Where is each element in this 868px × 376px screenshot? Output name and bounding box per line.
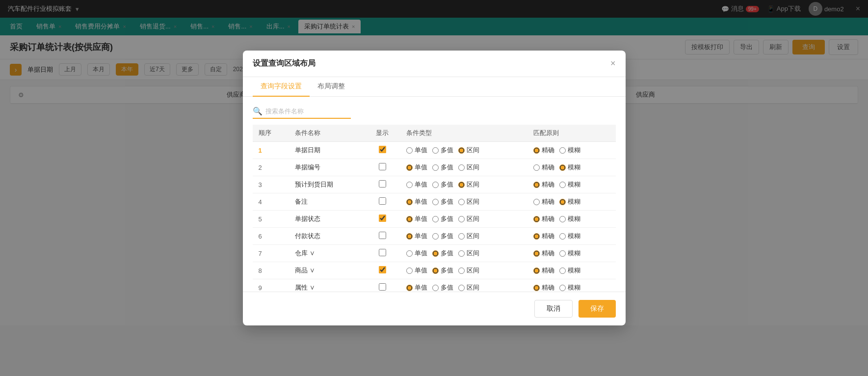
type-radio-input-区间[interactable] — [458, 182, 465, 188]
type-radio-input-区间[interactable] — [458, 285, 465, 291]
type-radio-input-多值[interactable] — [432, 268, 439, 274]
match-radio-模糊[interactable]: 模糊 — [559, 283, 580, 292]
type-radio-多值[interactable]: 多值 — [432, 249, 453, 258]
type-radio-单值[interactable]: 单值 — [406, 283, 427, 292]
match-radio-模糊[interactable]: 模糊 — [559, 249, 580, 258]
type-radio-区间[interactable]: 区间 — [458, 197, 479, 206]
type-radio-多值[interactable]: 多值 — [432, 146, 453, 155]
type-radio-单值[interactable]: 单值 — [406, 163, 427, 172]
match-radio-input-精确[interactable] — [533, 233, 540, 240]
type-radio-input-多值[interactable] — [432, 250, 439, 257]
match-radio-input-模糊[interactable] — [559, 268, 566, 274]
cancel-button[interactable]: 取消 — [534, 300, 573, 318]
match-radio-精确[interactable]: 精确 — [533, 232, 554, 241]
match-radio-input-精确[interactable] — [533, 268, 540, 274]
display-checkbox[interactable] — [379, 249, 386, 256]
type-radio-区间[interactable]: 区间 — [458, 283, 479, 292]
match-radio-input-模糊[interactable] — [559, 182, 566, 188]
display-checkbox[interactable] — [379, 232, 386, 239]
match-radio-input-模糊[interactable] — [559, 164, 566, 171]
modal-tab-query-fields[interactable]: 查询字段设置 — [253, 77, 310, 97]
config-table-scroll[interactable]: 顺序 条件名称 显示 条件类型 匹配原则 1单据日期单值多值区间精确模糊2单据编… — [253, 125, 616, 292]
type-radio-input-单值[interactable] — [406, 250, 413, 257]
type-radio-input-单值[interactable] — [406, 216, 413, 222]
match-radio-精确[interactable]: 精确 — [533, 180, 554, 189]
type-radio-input-单值[interactable] — [406, 268, 413, 274]
match-radio-模糊[interactable]: 模糊 — [559, 266, 580, 275]
type-radio-input-区间[interactable] — [458, 199, 465, 205]
match-radio-input-精确[interactable] — [533, 285, 540, 291]
display-checkbox[interactable] — [379, 283, 386, 291]
match-radio-精确[interactable]: 精确 — [533, 163, 554, 172]
type-radio-input-多值[interactable] — [432, 285, 439, 291]
type-radio-多值[interactable]: 多值 — [432, 283, 453, 292]
save-button[interactable]: 保存 — [579, 300, 616, 318]
match-radio-模糊[interactable]: 模糊 — [559, 197, 580, 206]
type-radio-input-区间[interactable] — [458, 268, 465, 274]
type-radio-input-区间[interactable] — [458, 216, 465, 222]
type-radio-单值[interactable]: 单值 — [406, 215, 427, 223]
match-radio-input-精确[interactable] — [533, 182, 540, 188]
match-radio-input-精确[interactable] — [533, 250, 540, 257]
type-radio-input-区间[interactable] — [458, 147, 465, 154]
type-radio-单值[interactable]: 单值 — [406, 146, 427, 155]
type-radio-input-单值[interactable] — [406, 199, 413, 205]
match-radio-input-模糊[interactable] — [559, 147, 566, 154]
match-radio-模糊[interactable]: 模糊 — [559, 215, 580, 223]
match-radio-input-模糊[interactable] — [559, 250, 566, 257]
type-radio-input-多值[interactable] — [432, 216, 439, 222]
match-radio-精确[interactable]: 精确 — [533, 249, 554, 258]
type-radio-input-单值[interactable] — [406, 233, 413, 240]
match-radio-精确[interactable]: 精确 — [533, 197, 554, 206]
type-radio-input-多值[interactable] — [432, 182, 439, 188]
match-radio-模糊[interactable]: 模糊 — [559, 163, 580, 172]
match-radio-input-模糊[interactable] — [559, 233, 566, 240]
match-radio-精确[interactable]: 精确 — [533, 283, 554, 292]
type-radio-多值[interactable]: 多值 — [432, 197, 453, 206]
match-radio-精确[interactable]: 精确 — [533, 266, 554, 275]
type-radio-区间[interactable]: 区间 — [458, 180, 479, 189]
display-checkbox[interactable] — [379, 197, 386, 205]
type-radio-input-区间[interactable] — [458, 250, 465, 257]
search-input[interactable] — [265, 107, 344, 115]
type-radio-input-多值[interactable] — [432, 147, 439, 154]
modal-close-button[interactable]: × — [610, 58, 616, 69]
type-radio-input-多值[interactable] — [432, 233, 439, 240]
modal-tab-layout[interactable]: 布局调整 — [310, 77, 353, 97]
match-radio-精确[interactable]: 精确 — [533, 215, 554, 223]
match-radio-input-模糊[interactable] — [559, 285, 566, 291]
type-radio-input-单值[interactable] — [406, 182, 413, 188]
type-radio-input-单值[interactable] — [406, 164, 413, 171]
type-radio-input-单值[interactable] — [406, 147, 413, 154]
type-radio-单值[interactable]: 单值 — [406, 266, 427, 275]
type-radio-区间[interactable]: 区间 — [458, 266, 479, 275]
match-radio-input-精确[interactable] — [533, 199, 540, 205]
type-radio-单值[interactable]: 单值 — [406, 249, 427, 258]
match-radio-input-精确[interactable] — [533, 147, 540, 154]
type-radio-多值[interactable]: 多值 — [432, 266, 453, 275]
display-checkbox[interactable] — [379, 146, 386, 153]
type-radio-区间[interactable]: 区间 — [458, 232, 479, 241]
type-radio-input-区间[interactable] — [458, 164, 465, 171]
display-checkbox[interactable] — [379, 266, 386, 273]
type-radio-单值[interactable]: 单值 — [406, 232, 427, 241]
type-radio-单值[interactable]: 单值 — [406, 180, 427, 189]
type-radio-input-多值[interactable] — [432, 164, 439, 171]
match-radio-精确[interactable]: 精确 — [533, 146, 554, 155]
type-radio-多值[interactable]: 多值 — [432, 215, 453, 223]
type-radio-input-区间[interactable] — [458, 233, 465, 240]
type-radio-单值[interactable]: 单值 — [406, 197, 427, 206]
type-radio-区间[interactable]: 区间 — [458, 215, 479, 223]
type-radio-区间[interactable]: 区间 — [458, 163, 479, 172]
type-radio-多值[interactable]: 多值 — [432, 163, 453, 172]
type-radio-input-单值[interactable] — [406, 285, 413, 291]
match-radio-input-模糊[interactable] — [559, 216, 566, 222]
match-radio-input-模糊[interactable] — [559, 199, 566, 205]
type-radio-多值[interactable]: 多值 — [432, 180, 453, 189]
match-radio-模糊[interactable]: 模糊 — [559, 146, 580, 155]
match-radio-模糊[interactable]: 模糊 — [559, 232, 580, 241]
display-checkbox[interactable] — [379, 180, 386, 188]
display-checkbox[interactable] — [379, 163, 386, 170]
type-radio-多值[interactable]: 多值 — [432, 232, 453, 241]
type-radio-区间[interactable]: 区间 — [458, 146, 479, 155]
